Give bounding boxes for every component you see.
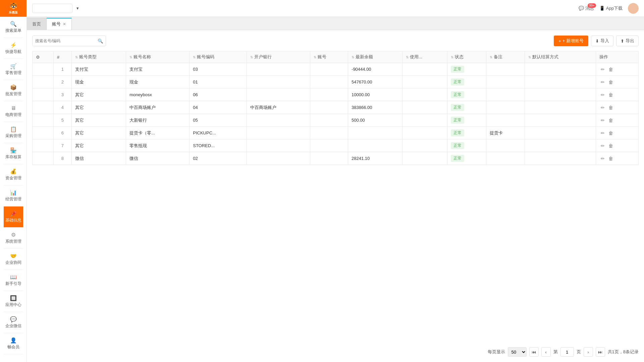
header-dropdown[interactable]: ▾ bbox=[76, 6, 79, 11]
row-type-4: 其它 bbox=[71, 114, 126, 127]
edit-button-5[interactable]: ✏ bbox=[599, 130, 606, 136]
avatar[interactable] bbox=[628, 3, 639, 14]
sidebar-item-1[interactable]: ⚡ 快捷导航 bbox=[4, 38, 23, 59]
sidebar-item-12[interactable]: 📖 新手引导 bbox=[4, 270, 23, 291]
row-usage-5 bbox=[402, 127, 447, 139]
search-icon: 🔍 bbox=[98, 39, 103, 44]
row-payment-2 bbox=[525, 88, 596, 101]
col-header-code[interactable]: ⇅账号编码 bbox=[190, 51, 247, 63]
status-badge: 正常 bbox=[451, 91, 464, 98]
sidebar-label-4: 电商管理 bbox=[5, 112, 21, 118]
search-input[interactable] bbox=[33, 36, 95, 46]
sidebar-label-13: 应用中心 bbox=[5, 302, 21, 308]
sidebar-item-7[interactable]: 💰 资金管理 bbox=[4, 164, 23, 185]
sidebar-item-0[interactable]: 🔍 搜索菜单 bbox=[4, 17, 23, 38]
delete-button-3[interactable]: 🗑 bbox=[607, 104, 614, 111]
delete-button-5[interactable]: 🗑 bbox=[607, 130, 614, 136]
tab-close-1[interactable]: ✕ bbox=[63, 22, 66, 26]
row-code-6: STORED... bbox=[190, 139, 247, 152]
row-bank-2 bbox=[247, 88, 310, 101]
app-download-button[interactable]: 📱 App下载 bbox=[599, 5, 623, 11]
col-header-usage[interactable]: ⇅使用... bbox=[402, 51, 447, 63]
edit-button-2[interactable]: ✏ bbox=[599, 92, 606, 98]
tab-1[interactable]: 账号✕ bbox=[47, 18, 72, 30]
sidebar-label-6: 库存核算 bbox=[5, 154, 21, 160]
row-remark-2 bbox=[486, 88, 525, 101]
next-page-button[interactable]: › bbox=[584, 347, 593, 357]
status-badge: 正常 bbox=[451, 129, 464, 136]
sidebar-icon-12: 📖 bbox=[10, 274, 17, 280]
sidebar-item-3[interactable]: 📦 批发管理 bbox=[4, 80, 23, 101]
delete-button-4[interactable]: 🗑 bbox=[607, 117, 614, 124]
last-page-button[interactable]: ⏭ bbox=[596, 347, 605, 357]
settings-col-icon[interactable]: ⚙ bbox=[36, 55, 40, 60]
page-label: 第 bbox=[553, 349, 558, 355]
edit-button-3[interactable]: ✏ bbox=[599, 104, 606, 111]
row-type-0: 支付宝 bbox=[71, 63, 126, 76]
row-name-6: 零售抵现 bbox=[126, 139, 190, 152]
first-page-button[interactable]: ⏮ bbox=[529, 347, 539, 357]
sidebar-icon-8: 📊 bbox=[10, 189, 17, 196]
prev-page-button[interactable]: ‹ bbox=[541, 347, 551, 357]
page-size-select[interactable]: 50 100 200 bbox=[508, 347, 527, 357]
delete-button-0[interactable]: 🗑 bbox=[607, 66, 614, 73]
row-status-7: 正常 bbox=[447, 152, 486, 165]
col-header-account[interactable]: ⇅账号 bbox=[310, 51, 348, 63]
top-search-input[interactable] bbox=[32, 4, 72, 13]
sidebar-item-2[interactable]: 🛒 零售管理 bbox=[4, 59, 23, 80]
sidebar-item-9[interactable]: 📌 基础信息 bbox=[4, 206, 23, 228]
delete-button-2[interactable]: 🗑 bbox=[607, 92, 614, 98]
search-button[interactable]: 🔍 bbox=[95, 36, 106, 46]
row-name-1: 现金 bbox=[126, 76, 190, 88]
sidebar-item-10[interactable]: ⚙ 系统管理 bbox=[4, 228, 23, 249]
delete-button-1[interactable]: 🗑 bbox=[607, 79, 614, 85]
row-remark-5: 提货卡 bbox=[486, 127, 525, 139]
delete-button-7[interactable]: 🗑 bbox=[607, 155, 614, 162]
col-header-balance[interactable]: ⇅最新余额 bbox=[348, 51, 402, 63]
edit-button-1[interactable]: ✏ bbox=[599, 79, 606, 85]
sidebar-label-9: 基础信息 bbox=[5, 218, 21, 223]
sidebar-label-2: 零售管理 bbox=[5, 70, 21, 76]
delete-button-6[interactable]: 🗑 bbox=[607, 142, 614, 149]
dropdown-icon: ▾ bbox=[76, 6, 79, 11]
sidebar-item-6[interactable]: 🏪 库存核算 bbox=[4, 143, 23, 164]
col-header-remark[interactable]: ⇅备注 bbox=[486, 51, 525, 63]
sidebar-icon-13: 🔲 bbox=[10, 295, 17, 301]
header-right: 💬 消息 99+ 📱 App下载 bbox=[579, 3, 639, 14]
col-header-type[interactable]: ⇅账号类型 bbox=[71, 51, 126, 63]
sidebar-item-8[interactable]: 📊 经营管理 bbox=[4, 185, 23, 206]
page-end-label: 页 bbox=[577, 349, 581, 355]
row-status-5: 正常 bbox=[447, 127, 486, 139]
sidebar-item-15[interactable]: 👤 畅会员 bbox=[4, 333, 23, 354]
edit-button-4[interactable]: ✏ bbox=[599, 117, 606, 124]
edit-button-6[interactable]: ✏ bbox=[599, 142, 606, 149]
sidebar-item-14[interactable]: 💬 企业微信 bbox=[4, 312, 23, 333]
edit-button-7[interactable]: ✏ bbox=[599, 155, 606, 162]
message-button[interactable]: 💬 消息 99+ bbox=[579, 5, 594, 11]
row-code-4: 05 bbox=[190, 114, 247, 127]
row-remark-3 bbox=[486, 101, 525, 114]
row-remark-7 bbox=[486, 152, 525, 165]
col-header-name[interactable]: ⇅账号名称 bbox=[126, 51, 190, 63]
row-type-6: 其它 bbox=[71, 139, 126, 152]
col-header-bank[interactable]: ⇅开户银行 bbox=[247, 51, 310, 63]
row-usage-3 bbox=[402, 101, 447, 114]
tab-0[interactable]: 首页 bbox=[27, 18, 47, 30]
export-button[interactable]: ⬆ 导出 bbox=[616, 36, 639, 46]
col-header-status[interactable]: ⇅状态 bbox=[447, 51, 486, 63]
sidebar-item-11[interactable]: 🤝 企业协同 bbox=[4, 249, 23, 270]
col-header-payment[interactable]: ⇅默认结算方式 bbox=[525, 51, 596, 63]
row-name-2: moneybosx bbox=[126, 88, 190, 101]
row-action-5: ✏ 🗑 bbox=[596, 127, 638, 139]
sidebar-item-5[interactable]: 📋 采购管理 bbox=[4, 122, 23, 143]
sidebar-icon-5: 📋 bbox=[10, 126, 17, 132]
sidebar-label-10: 系统管理 bbox=[5, 239, 21, 244]
edition-label: 乐惠版 bbox=[9, 10, 18, 15]
import-button[interactable]: ⬇ 导入 bbox=[591, 36, 613, 46]
add-account-button[interactable]: + + 新增账号 bbox=[554, 36, 588, 46]
sidebar-item-13[interactable]: 🔲 应用中心 bbox=[4, 291, 23, 312]
sidebar-item-4[interactable]: 🖥 电商管理 bbox=[4, 101, 23, 122]
edit-button-0[interactable]: ✏ bbox=[599, 66, 606, 73]
table-row: 4其它中百商场账户04中百商场账户383866.00正常 ✏ 🗑 bbox=[33, 101, 639, 114]
page-input[interactable] bbox=[560, 347, 574, 357]
